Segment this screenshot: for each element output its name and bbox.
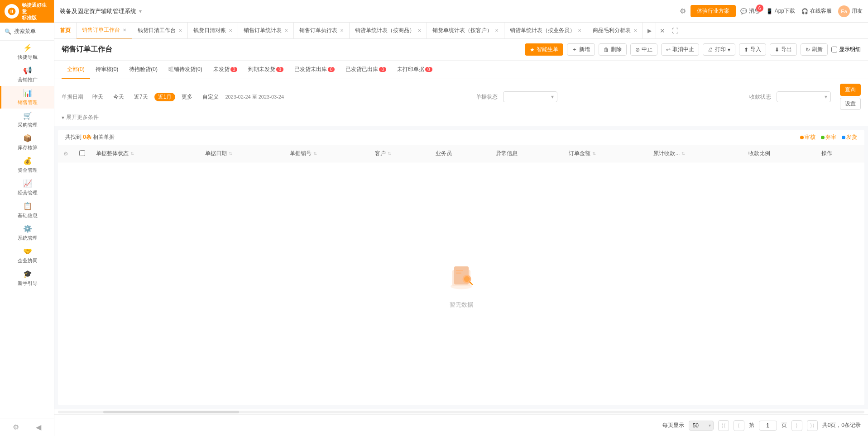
filter-settings-button[interactable]: 设置 bbox=[840, 98, 861, 110]
smart-generate-button[interactable]: ★ 智能生单 bbox=[525, 43, 563, 56]
sales-icon: 📊 bbox=[23, 89, 32, 97]
horizontal-scrollbar[interactable] bbox=[54, 409, 868, 414]
payment-select[interactable] bbox=[777, 91, 831, 102]
sidebar-item-finance[interactable]: 💰 资金管理 bbox=[0, 154, 54, 176]
sidebar-item-system[interactable]: ⚙️ 系统管理 bbox=[0, 222, 54, 244]
cancel-action-button[interactable]: 弃审 bbox=[821, 133, 836, 141]
tab-cash-reconcile[interactable]: 钱货日清对账 ✕ bbox=[188, 23, 238, 39]
solution-button[interactable]: 体验行业方案 bbox=[691, 5, 736, 17]
date-btn-yesterday[interactable]: 昨天 bbox=[89, 92, 107, 102]
close-tab-sales-customer-stats[interactable]: ✕ bbox=[495, 28, 499, 33]
sidebar-item-inventory[interactable]: 📦 库存核算 bbox=[0, 131, 54, 154]
status-select[interactable] bbox=[503, 91, 557, 102]
expand-filter-button[interactable]: ▾ 展开更多条件 bbox=[62, 114, 861, 121]
sidebar-settings-btn[interactable]: ⚙ bbox=[13, 423, 19, 431]
sub-tab-overdue[interactable]: 到期未发货 0 bbox=[243, 61, 289, 79]
refresh-button[interactable]: ↻ 刷新 bbox=[801, 43, 828, 56]
delete-button[interactable]: 🗑 删除 bbox=[599, 43, 627, 56]
close-tab-cash-daily[interactable]: ✕ bbox=[178, 28, 182, 33]
sub-tab-delivered-out[interactable]: 已发货已出库 0 bbox=[340, 61, 392, 79]
tab-sales-execute[interactable]: 销售订单执行表 ✕ bbox=[294, 23, 350, 39]
export-icon: ⬇ bbox=[775, 47, 779, 53]
date-btn-1month[interactable]: 近1月 bbox=[154, 93, 176, 101]
user-menu[interactable]: Ea 用友 bbox=[838, 5, 863, 17]
page-header: 销售订单工作台 ★ 智能生单 ＋ 新增 🗑 删除 ⊘ 中止 bbox=[54, 39, 868, 61]
select-all-checkbox[interactable] bbox=[79, 150, 85, 156]
tab-sales-stats[interactable]: 销售订单统计表 ✕ bbox=[238, 23, 294, 39]
close-tab-margin-analysis[interactable]: ✕ bbox=[633, 28, 637, 33]
prev-page-button[interactable]: ⟨ bbox=[734, 420, 744, 431]
close-tab-sales-staff-stats[interactable]: ✕ bbox=[578, 28, 581, 33]
message-button[interactable]: 💬 消息 6 bbox=[740, 7, 760, 15]
tabbar: 首页 销售订单工作台 ✕ 钱货日清工作台 ✕ 钱货日清对账 ✕ 销售订单统计表 … bbox=[54, 23, 868, 39]
cancel-stop-button[interactable]: ↩ 取消中止 bbox=[661, 43, 699, 56]
first-page-button[interactable]: ⟨⟨ bbox=[718, 420, 729, 431]
date-btn-today[interactable]: 今天 bbox=[110, 92, 128, 102]
tab-home[interactable]: 首页 bbox=[54, 23, 77, 39]
print-button[interactable]: 🖨 打印 ▾ bbox=[703, 43, 735, 56]
close-tab-cash-reconcile[interactable]: ✕ bbox=[229, 28, 232, 33]
scrollbar-thumb[interactable] bbox=[103, 411, 239, 413]
add-button[interactable]: ＋ 新增 bbox=[567, 43, 595, 56]
close-tab-sales-stats[interactable]: ✕ bbox=[284, 28, 288, 33]
last-page-button[interactable]: ⟩⟩ bbox=[807, 420, 818, 431]
sort-icon[interactable]: ⇅ bbox=[388, 151, 391, 156]
tab-sales-staff-stats[interactable]: 销货单统计表（按业务员） ✕ bbox=[504, 23, 587, 39]
query-button[interactable]: 查询 bbox=[840, 84, 861, 96]
maximize-button[interactable]: ⛶ bbox=[669, 23, 681, 39]
trash-icon: 🗑 bbox=[604, 47, 609, 53]
show-detail-checkbox[interactable] bbox=[831, 47, 837, 52]
sub-tab-delivered-not-out[interactable]: 已发货未出库 0 bbox=[289, 61, 340, 79]
app-download-button[interactable]: 📱 App下载 bbox=[766, 7, 795, 15]
sort-icon[interactable]: ⇅ bbox=[229, 151, 232, 156]
tab-sales-workbench[interactable]: 销售订单工作台 ✕ bbox=[77, 23, 132, 39]
sort-icon[interactable]: ⇅ bbox=[130, 151, 134, 156]
deliver-action-button[interactable]: 发货 bbox=[842, 133, 857, 141]
table-setting-header[interactable]: ⚙ bbox=[58, 145, 74, 162]
tab-sales-product-stats[interactable]: 销货单统计表（按商品） ✕ bbox=[350, 23, 427, 39]
page-input[interactable] bbox=[759, 421, 777, 431]
tab-sales-customer-stats[interactable]: 销货单统计表（按客户） ✕ bbox=[427, 23, 504, 39]
tab-margin-analysis[interactable]: 商品毛利分析表 ✕ bbox=[587, 23, 643, 39]
sidebar-item-guide[interactable]: 🎓 新手引导 bbox=[0, 267, 54, 289]
review-action-button[interactable]: 审核 bbox=[800, 133, 815, 141]
sort-icon[interactable]: ⇅ bbox=[681, 151, 685, 156]
sidebar-collapse-btn[interactable]: ◀ bbox=[36, 423, 41, 431]
filter-dates: 昨天 今天 近7天 近1月 更多 自定义 2023-02-24 至 2023-0… bbox=[89, 92, 284, 102]
tab-more-button[interactable]: ▶ bbox=[643, 23, 656, 39]
sidebar-item-basic-info[interactable]: 📋 基础信息 bbox=[0, 199, 54, 222]
sidebar-search[interactable]: 🔍 搜索菜单 bbox=[0, 23, 54, 41]
sidebar-item-enterprise[interactable]: 🤝 企业协同 bbox=[0, 244, 54, 267]
sidebar-item-marketing[interactable]: 📢 营销推广 bbox=[0, 63, 54, 86]
sidebar-item-sales[interactable]: 📊 销售管理 bbox=[0, 86, 54, 109]
tab-cash-daily[interactable]: 钱货日清工作台 ✕ bbox=[132, 23, 188, 39]
sub-tab-not-printed[interactable]: 未打印单据 0 bbox=[392, 61, 438, 79]
date-btn-7days[interactable]: 近7天 bbox=[130, 92, 152, 102]
date-btn-custom[interactable]: 自定义 bbox=[199, 92, 222, 102]
sub-tab-pending-inspect[interactable]: 待抱验货(0) bbox=[124, 61, 163, 79]
sidebar-item-purchase[interactable]: 🛒 采购管理 bbox=[0, 109, 54, 131]
sort-icon[interactable]: ⇅ bbox=[313, 151, 317, 156]
show-detail-label[interactable]: 显示明细 bbox=[831, 46, 861, 53]
export-button[interactable]: ⬇ 导出 bbox=[770, 43, 797, 56]
stop-button[interactable]: ⊘ 中止 bbox=[630, 43, 657, 56]
close-tab-sales-execute[interactable]: ✕ bbox=[340, 28, 344, 33]
close-tab-sales-workbench[interactable]: ✕ bbox=[123, 28, 126, 33]
sidebar-item-operation[interactable]: 📈 经营管理 bbox=[0, 176, 54, 199]
online-service-button[interactable]: 🎧 在线客服 bbox=[801, 7, 832, 15]
close-all-tabs-button[interactable]: ✕ bbox=[656, 23, 669, 39]
scrollbar-track[interactable] bbox=[58, 411, 864, 413]
import-button[interactable]: ⬆ 导入 bbox=[739, 43, 766, 56]
sub-tab-wangpu-deliver[interactable]: 旺铺待发货(0) bbox=[163, 61, 208, 79]
sub-tab-all[interactable]: 全部(0) bbox=[62, 61, 90, 79]
page-size-select[interactable]: 50 10 20 100 bbox=[689, 421, 714, 431]
sub-tab-pending-review[interactable]: 待审核(0) bbox=[90, 61, 124, 79]
next-page-button[interactable]: ⟩ bbox=[791, 420, 802, 431]
select-all-header[interactable] bbox=[74, 145, 91, 162]
sidebar-item-quick-nav[interactable]: ⚡ 快捷导航 bbox=[0, 41, 54, 63]
topbar-gear-icon[interactable]: ⚙ bbox=[680, 7, 686, 15]
sort-icon[interactable]: ⇅ bbox=[592, 151, 596, 156]
date-btn-more[interactable]: 更多 bbox=[178, 92, 196, 102]
sub-tab-not-delivered[interactable]: 未发货 0 bbox=[208, 61, 243, 79]
close-tab-sales-product-stats[interactable]: ✕ bbox=[417, 28, 421, 33]
